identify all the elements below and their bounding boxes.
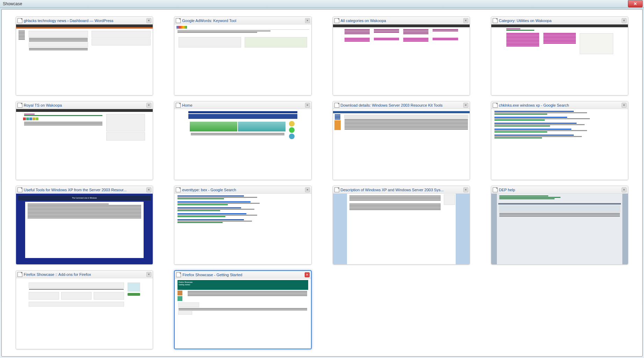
thumbnail-tab[interactable]: All categories on Wakoopa ✕: [333, 16, 470, 95]
thumbnail-close-button[interactable]: ✕: [622, 187, 627, 192]
thumbnail-preview: [174, 24, 311, 95]
thumbnail-header: Download details: Windows Server 2003 Re…: [333, 101, 470, 109]
thumbnail-title: Description of Windows XP and Windows Se…: [341, 188, 462, 192]
thumbnail-tab[interactable]: gHacks technology news › Dashboard — Wor…: [16, 16, 153, 95]
thumbnail-header: Useful Tools for Windows XP from the Ser…: [16, 186, 153, 194]
page-icon: [176, 272, 181, 277]
thumbnail-preview: [491, 194, 628, 264]
thumbnail-title: eventtype: bex - Google Search: [182, 188, 303, 192]
thumbnail-header: Google AdWords: Keyword Tool ✕: [174, 17, 311, 24]
thumbnail-close-button[interactable]: ✕: [146, 187, 151, 192]
thumbnail-tab[interactable]: Useful Tools for Windows XP from the Ser…: [16, 186, 153, 265]
thumbnail-header: All categories on Wakoopa ✕: [333, 17, 470, 24]
thumbnail-tab[interactable]: Google AdWords: Keyword Tool ✕: [174, 16, 311, 95]
showcase-grid: gHacks technology news › Dashboard — Wor…: [1, 9, 643, 357]
thumbnail-close-button[interactable]: ✕: [146, 272, 151, 277]
thumbnail-preview: [174, 109, 311, 180]
thumbnail-title: Royal TS on Wakoopa: [24, 103, 145, 107]
page-icon: [334, 103, 339, 108]
thumbnail-close-button[interactable]: ✕: [305, 272, 310, 277]
thumbnail-tab[interactable]: Home ✕: [174, 101, 311, 180]
thumbnail-tab[interactable]: Category: Utilities on Wakoopa ✕: [491, 16, 628, 95]
thumbnail-tab[interactable]: Firefox Showcase :: Add-ons for Firefox …: [16, 270, 153, 349]
thumbnail-preview: [174, 194, 311, 264]
thumbnail-close-button[interactable]: ✕: [463, 187, 468, 192]
page-icon: [493, 187, 498, 192]
thumbnail-title: Home: [182, 103, 303, 107]
thumbnail-title: gHacks technology news › Dashboard — Wor…: [24, 19, 145, 23]
thumbnail-close-button[interactable]: ✕: [305, 103, 310, 108]
thumbnail-v[interactable]: ✕: [622, 103, 627, 108]
thumbnail-close-button[interactable]: ✕: [463, 18, 468, 23]
page-icon: [493, 18, 498, 23]
thumbnail-preview: [16, 24, 153, 95]
thumbnail-tab[interactable]: Download details: Windows Server 2003 Re…: [333, 101, 470, 180]
thumbnail-title: Firefox Showcase :: Add-ons for Firefox: [24, 272, 145, 277]
thumbnail-close-button[interactable]: ✕: [146, 103, 151, 108]
thumbnail-header: Royal TS on Wakoopa ✕: [16, 101, 153, 109]
thumbnail-header: Firefox Showcase - Getting Started ✕: [175, 271, 311, 279]
thumbnail-title: Useful Tools for Windows XP from the Ser…: [24, 188, 145, 192]
thumbnail-preview: Firefox ShowcaseGetting started: [175, 279, 311, 349]
thumbnail-preview: [16, 109, 153, 180]
thumbnail-header: eventtype: bex - Google Search ✕: [174, 186, 311, 194]
thumbnail-preview: [333, 24, 470, 95]
thumbnail-title: Category: Utilities on Wakoopa: [499, 19, 620, 23]
thumbnail-header: DEP help ✕: [491, 186, 628, 194]
thumbnail-tab[interactable]: Royal TS on Wakoopa ✕: [16, 101, 153, 180]
thumbnail-title: Download details: Windows Server 2003 Re…: [341, 103, 462, 107]
thumbnail-title: Firefox Showcase - Getting Started: [182, 273, 303, 277]
thumbnail-header: Description of Windows XP and Windows Se…: [333, 186, 470, 194]
page-icon: [334, 18, 339, 23]
thumbnail-close-button[interactable]: ✕: [146, 18, 151, 23]
thumbnail-header: Firefox Showcase :: Add-ons for Firefox …: [16, 271, 153, 278]
thumbnail-tab[interactable]: DEP help ✕: [491, 186, 628, 265]
page-icon: [176, 187, 181, 192]
page-icon: [334, 187, 339, 192]
thumbnail-preview: [491, 24, 628, 95]
thumbnail-tab[interactable]: chklnks.exe windows xp - Google Search ✕: [491, 101, 628, 180]
page-icon: [17, 103, 22, 108]
thumbnail-preview: [491, 109, 628, 180]
thumbnail-header: gHacks technology news › Dashboard — Wor…: [16, 17, 153, 24]
thumbnail-preview: The Command Line in Windows: [16, 194, 153, 264]
thumbnail-close-button[interactable]: ✕: [463, 103, 468, 108]
thumbnail-header: chklnks.exe windows xp - Google Search ✕: [491, 101, 628, 109]
thumbnail-title: chklnks.exe windows xp - Google Search: [499, 103, 620, 107]
thumbnail-close-button[interactable]: ✕: [305, 18, 310, 23]
thumbnail-preview: [333, 194, 470, 264]
thumbnail-header: Category: Utilities on Wakoopa ✕: [491, 17, 628, 24]
window-close-button[interactable]: ✕: [628, 0, 643, 7]
thumbnail-tab[interactable]: Description of Windows XP and Windows Se…: [333, 186, 470, 265]
page-icon: [176, 18, 181, 23]
thumbnail-header: Home ✕: [174, 101, 311, 109]
thumbnail-title: Google AdWords: Keyword Tool: [182, 19, 303, 23]
window-titlebar: Showcase ✕: [0, 0, 644, 8]
page-icon: [176, 103, 181, 108]
page-icon: [17, 187, 22, 192]
thumbnail-tab[interactable]: eventtype: bex - Google Search ✕: [174, 186, 311, 265]
page-icon: [493, 103, 498, 108]
window-title: Showcase: [3, 1, 22, 6]
thumbnail-preview: [333, 109, 470, 180]
thumbnail-close-button[interactable]: ✕: [305, 187, 310, 192]
thumbnail-preview: [16, 278, 153, 349]
thumbnail-close-button[interactable]: ✕: [622, 18, 627, 23]
thumbnail-title: All categories on Wakoopa: [341, 19, 462, 23]
thumbnail-title: DEP help: [499, 188, 620, 192]
page-icon: [17, 18, 22, 23]
thumbnail-tab-active[interactable]: Firefox Showcase - Getting Started ✕ Fir…: [174, 270, 311, 349]
page-icon: [17, 272, 22, 277]
